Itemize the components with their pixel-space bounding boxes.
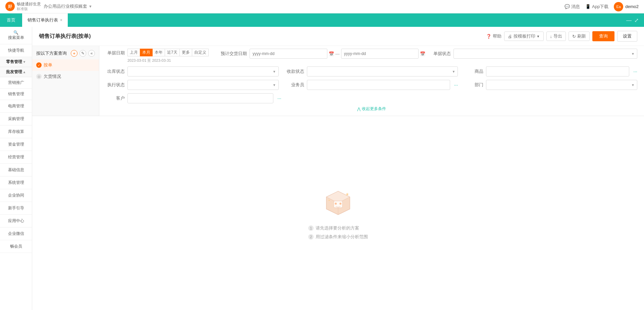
date-input-group: 上月 本月 本年 近7天 更多 自定义 2023-03-01 至 2023-03… <box>127 49 208 63</box>
filter-expected-date-group: 预计交货日期 📅 — 📅 <box>220 49 425 59</box>
print-button[interactable]: 🖨 按模板打印 ▼ <box>504 32 544 41</box>
scheme-panel: 按以下方案查询 + ✎ « ✓ 按单 ⊙ 欠货情况 <box>32 46 99 116</box>
sidebar-item-basic[interactable]: 基础信息 <box>0 164 32 176</box>
date-tab-this-month[interactable]: 本月 <box>140 49 153 56</box>
salesman-more-icon[interactable]: ··· <box>454 82 458 88</box>
vip-label: 畅会员 <box>10 244 22 249</box>
salesman-input[interactable] <box>307 80 450 90</box>
message-button[interactable]: 💬 消息 <box>565 4 580 10</box>
content: 销售订单执行表(按单) ❓ 帮助 🖨 按模板打印 ▼ ↓ 导出 ↻ 刷新 <box>32 27 644 310</box>
sidebar-item-operations[interactable]: 经营管理 <box>0 151 32 164</box>
date-tabs: 上月 本月 本年 近7天 更多 自定义 <box>127 49 208 56</box>
user-area[interactable]: Ea demo2 <box>614 2 639 11</box>
refresh-button[interactable]: ↻ 刷新 <box>569 32 590 41</box>
receipt-status-select[interactable] <box>307 66 458 76</box>
goods-more-icon[interactable]: ··· <box>633 69 637 74</box>
sidebar-item-system[interactable]: 系统管理 <box>0 176 32 189</box>
breadcrumb-arrow-icon[interactable]: ▼ <box>89 4 92 8</box>
sidebar-item-marketing[interactable]: 营销推广 <box>0 77 32 89</box>
doc-status-select[interactable] <box>453 49 637 59</box>
calendar-end-icon[interactable]: 📅 <box>420 51 425 56</box>
logo-text-area: 畅捷通好生意 标准版 <box>17 2 41 11</box>
date-tab-custom[interactable]: 自定义 <box>192 49 209 56</box>
out-status-select[interactable] <box>127 66 279 76</box>
logo-icon: 好 <box>5 2 15 11</box>
scheme-item-by-order[interactable]: ✓ 按单 <box>32 59 99 71</box>
sidebar-item-enterprise[interactable]: 企业协同 <box>0 189 32 202</box>
exec-status-select[interactable] <box>127 80 279 90</box>
sidebar-item-new-user[interactable]: 新手引导 <box>0 202 32 215</box>
scheme-add-button[interactable]: + <box>71 50 77 57</box>
filter-right: 单据日期 上月 本月 本年 近7天 更多 自定义 2023-03-01 至 20… <box>99 46 644 116</box>
dept-select[interactable] <box>486 80 637 90</box>
sidebar-item-search[interactable]: 🔍 搜索菜单 <box>0 27 32 44</box>
scheme-collapse-button[interactable]: « <box>88 50 95 57</box>
search-icon: 🔍 <box>13 30 18 35</box>
refresh-icon: ↻ <box>572 34 576 39</box>
wholesale-arrow-icon: ▲ <box>23 70 26 74</box>
sidebar-item-purchase[interactable]: 采购管理 <box>0 113 32 125</box>
print-arrow-icon: ▼ <box>537 35 540 38</box>
tab-bar: 首页 销售订单执行表 × — ⤢ <box>0 13 644 27</box>
sidebar-item-quick-nav[interactable]: 快捷导航 <box>0 44 32 57</box>
wholesale-label: 批发管理 <box>6 69 22 75</box>
expected-date-end-input[interactable] <box>341 49 419 59</box>
export-button[interactable]: ↓ 导出 <box>546 32 566 41</box>
scheme-item-shortage[interactable]: ⊙ 欠货情况 <box>32 71 99 82</box>
help-button[interactable]: ❓ 帮助 <box>486 33 501 39</box>
sidebar-item-app-center[interactable]: 应用中心 <box>0 215 32 227</box>
page-title: 销售订单执行表(按单) <box>39 33 91 40</box>
settings-button[interactable]: 设置 <box>617 31 637 42</box>
sidebar-item-ecommerce[interactable]: 电商管理 <box>0 100 32 113</box>
date-range-text: 2023-03-01 至 2023-03-31 <box>127 58 208 63</box>
tab-active-label: 销售订单执行表 <box>28 17 58 23</box>
scheme-item-label-shortage: 欠货情况 <box>44 73 61 80</box>
receipt-status-select-wrapper: ▼ <box>307 66 458 76</box>
tab-close-icon[interactable]: × <box>60 18 62 22</box>
quick-nav-label: 快捷导航 <box>8 48 24 53</box>
goods-input[interactable] <box>486 66 629 76</box>
logo-sub: 标准版 <box>17 6 41 11</box>
collapse-more-button[interactable]: ⋀ 收起更多条件 <box>106 105 637 113</box>
filter-row-3: 执行状态 ▼ 业务员 ··· 部门 <box>106 80 637 90</box>
app-center-label: 应用中心 <box>8 218 24 223</box>
sidebar-item-corp-wechat[interactable]: 企业微信 <box>0 227 32 240</box>
top-bar-right: 💬 消息 📱 App下载 Ea demo2 <box>565 2 639 11</box>
sidebar-item-sales[interactable]: 销售管理 <box>0 89 32 100</box>
date-tab-7days[interactable]: 近7天 <box>165 49 180 56</box>
calendar-start-icon[interactable]: 📅 <box>329 51 334 56</box>
tab-bar-right: — ⤢ <box>626 17 639 23</box>
exec-status-label: 执行状态 <box>106 82 125 88</box>
filter-date-group: 单据日期 上月 本月 本年 近7天 更多 自定义 2023-03-01 至 20… <box>106 49 213 63</box>
action-bar: ❓ 帮助 🖨 按模板打印 ▼ ↓ 导出 ↻ 刷新 查询 设置 <box>486 31 637 42</box>
collapse-up-icon: ⋀ <box>357 107 361 111</box>
date-tab-more[interactable]: 更多 <box>179 49 192 56</box>
filter-date-range: 📅 — 📅 <box>250 49 425 59</box>
app-download-button[interactable]: 📱 App下载 <box>585 4 608 10</box>
sidebar-item-retail[interactable]: 零售管理 ▼ <box>0 57 32 67</box>
dept-label: 部门 <box>465 82 483 88</box>
sidebar-item-inventory[interactable]: 库存核算 <box>0 125 32 138</box>
tab-home[interactable]: 首页 <box>0 13 22 27</box>
filter-salesman-group: 业务员 ··· <box>285 80 458 90</box>
print-icon: 🖨 <box>508 34 512 39</box>
tab-maximize-icon[interactable]: ⤢ <box>634 17 639 23</box>
sidebar-item-finance[interactable]: 资金管理 <box>0 138 32 151</box>
tab-minimize-icon[interactable]: — <box>626 17 632 23</box>
sidebar-item-wholesale[interactable]: 批发管理 ▲ <box>0 67 32 77</box>
date-tab-this-year[interactable]: 本年 <box>152 49 165 56</box>
tip-num-1: 1 <box>308 225 314 231</box>
corp-wechat-label: 企业微信 <box>8 231 24 236</box>
expected-date-start-input[interactable] <box>250 49 327 59</box>
customer-input[interactable] <box>127 93 273 103</box>
inventory-label: 库存核算 <box>8 129 24 134</box>
customer-more-icon[interactable]: ··· <box>277 96 281 101</box>
scheme-edit-button[interactable]: ✎ <box>79 50 86 57</box>
app-icon: 📱 <box>585 4 591 9</box>
tab-sales-order-exec[interactable]: 销售订单执行表 × <box>22 13 68 27</box>
sidebar-item-vip[interactable]: 畅会员 <box>0 240 32 253</box>
query-button[interactable]: 查询 <box>592 31 614 41</box>
svg-text:✦: ✦ <box>328 199 330 202</box>
date-tab-last-month[interactable]: 上月 <box>127 49 140 56</box>
ecommerce-label: 电商管理 <box>8 104 24 108</box>
